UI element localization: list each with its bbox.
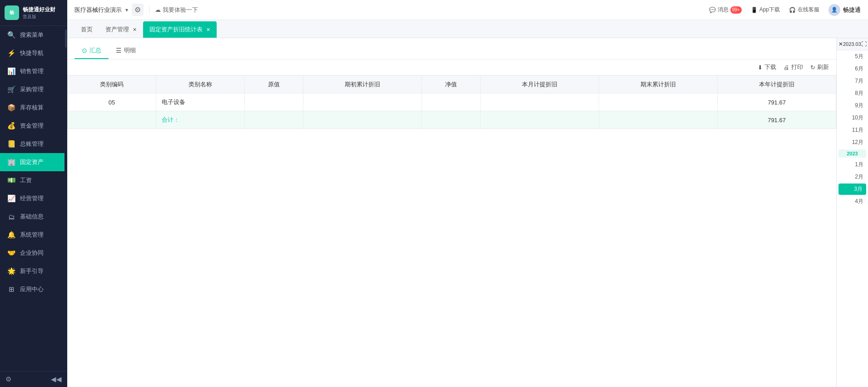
company-name: 医疗器械行业演示 [74,6,122,14]
table-cell [245,94,303,111]
table-cell [481,94,599,111]
topbar: 医疗器械行业演示 ▾ ⚙ ☁ 我要体验一下 💬 消息 99+ 📱 App下载 🎧… [67,0,868,20]
app-version: 普及版 [23,14,55,20]
date-month-item[interactable]: 8月 [837,87,868,99]
date-year-group: 5月6月7月8月9月10月11月12月 [837,50,868,149]
summary-cell: 合计： [156,111,245,129]
sidebar-item-system[interactable]: 🔔 系统管理 [0,226,67,244]
sidebar-label-app-center: 应用中心 [20,285,44,293]
sidebar-item-app-center[interactable]: ⊞ 应用中心 [0,280,67,298]
date-panel-header: ✕ 2023.03 ⛶ [837,38,868,50]
sidebar-label-fixed-asset: 固定资产 [20,158,44,166]
sidebar-item-payroll[interactable]: 💵 工资 [0,171,67,189]
app-download-label: App下载 [759,6,780,14]
company-dropdown-icon[interactable]: ▾ [125,7,128,13]
date-panel-expand-icon[interactable]: ⛶ [861,41,867,47]
sidebar-label-payroll: 工资 [20,176,32,184]
subtab-summary[interactable]: ⊙ 汇总 [74,43,109,59]
user-menu[interactable]: 👤 畅捷通 [828,4,861,16]
message-btn[interactable]: 💬 消息 99+ [709,6,742,14]
table-wrapper: 类别编码类别名称原值期初累计折旧净值本月计提折旧期末累计折旧本年计提折旧 05电… [67,75,836,387]
date-month-item[interactable]: 7月 [837,75,868,87]
sidebar-icon-guide: 🌟 [7,267,15,275]
date-month-item[interactable]: 4月 [837,195,868,208]
app-download-btn[interactable]: 📱 App下载 [751,6,780,14]
table-cell: 电子设备 [156,94,245,111]
sidebar-item-basic-info[interactable]: 🗂 基础信息 [0,208,67,226]
topbar-settings-icon[interactable]: ⚙ [132,4,144,16]
sidebar-item-quick-nav[interactable]: ⚡ 快捷导航 [0,44,67,62]
sidebar-label-operations: 经营管理 [20,194,44,203]
tab-home[interactable]: 首页 [74,21,99,38]
summary-cell [245,111,303,129]
online-service-btn[interactable]: 🎧 在线客服 [789,6,819,14]
sidebar-item-guide[interactable]: 🌟 新手引导 [0,262,67,280]
toolbar: ⬇ 下载 🖨 打印 ↻ 刷新 [67,60,836,75]
tab-fixed-asset-depreciation[interactable]: 固定资产折旧统计表✕ [143,21,217,38]
date-panel: ✕ 2023.03 ⛶ 5月6月7月8月9月10月11月12月20231月2月3… [836,38,868,387]
sidebar-item-collab[interactable]: 🤝 企业协同 [0,244,67,262]
sidebar-item-purchase[interactable]: 🛒 采购管理 [0,80,67,99]
message-badge: 99+ [730,6,742,14]
sidebar-item-operations[interactable]: 📈 经营管理 [0,189,67,208]
sidebar-icon-finance: 💰 [7,122,15,130]
refresh-icon: ↻ [810,64,815,71]
print-btn[interactable]: 🖨 打印 [784,63,803,71]
sidebar-collapse-icon[interactable]: ◀◀ [51,375,62,383]
col-本月计提折旧: 本月计提折旧 [481,76,599,94]
date-month-item[interactable]: 2月 [837,171,868,183]
sidebar-icon-inventory: 📦 [7,104,15,112]
date-month-item[interactable]: 11月 [837,124,868,136]
table-cell [422,94,481,111]
experience-label: 我要体验一下 [163,6,198,14]
date-month-item[interactable]: 1月 [837,159,868,171]
table-cell: 791.67 [718,94,836,111]
tab-close-fixed-asset-depreciation[interactable]: ✕ [206,27,210,33]
sidebar-item-sales[interactable]: 📊 销售管理 [0,62,67,80]
tab-label-asset-mgmt: 资产管理 [105,25,129,34]
subtab-label-detail: 明细 [124,46,136,55]
topbar-left: 医疗器械行业演示 ▾ ⚙ ☁ 我要体验一下 [74,4,198,16]
refresh-btn[interactable]: ↻ 刷新 [810,63,829,71]
experience-cloud-icon: ☁ [155,6,161,13]
sidebar-label-purchase: 采购管理 [20,85,44,94]
sidebar-icon-payroll: 💵 [7,176,15,184]
app-name: 畅捷通好业财 [23,6,55,14]
message-icon: 💬 [709,7,716,13]
summary-cell [481,111,599,129]
download-icon: ⬇ [758,64,763,71]
sidebar-label-system: 系统管理 [20,231,44,239]
sidebar-item-fixed-asset[interactable]: 🏢 固定资产 [0,153,67,171]
col-期初累计折旧: 期初累计折旧 [303,76,422,94]
app-title-block: 畅捷通好业财 普及版 [23,6,55,20]
sidebar-item-inventory[interactable]: 📦 库存核算 [0,99,67,117]
download-btn[interactable]: ⬇ 下载 [758,63,776,71]
date-month-item[interactable]: 9月 [837,99,868,112]
date-month-item[interactable]: 3月 [838,184,866,195]
print-label: 打印 [791,63,803,71]
date-month-item[interactable]: 5月 [837,50,868,63]
subtab-icon-summary: ⊙ [82,47,87,54]
sidebar-item-finance[interactable]: 💰 资金管理 [0,117,67,135]
date-panel-scroll[interactable]: 5月6月7月8月9月10月11月12月20231月2月3月4月 [837,50,868,387]
date-month-item[interactable]: 6月 [837,63,868,75]
sidebar-item-ledger[interactable]: 📒 总账管理 [0,135,67,153]
sidebar-label-collab: 企业协同 [20,249,44,257]
col-本年计提折旧: 本年计提折旧 [718,76,836,94]
tab-asset-mgmt[interactable]: 资产管理✕ [99,21,143,38]
date-year-group: 20231月2月3月4月 [837,149,868,208]
date-panel-close-icon[interactable]: ✕ [838,41,843,47]
sidebar-settings-icon[interactable]: ⚙ [5,375,11,383]
main-area: 医疗器械行业演示 ▾ ⚙ ☁ 我要体验一下 💬 消息 99+ 📱 App下载 🎧… [67,0,868,387]
table-cell [303,94,422,111]
date-year-label: 2023 [838,149,866,158]
date-month-item[interactable]: 10月 [837,112,868,124]
tab-close-asset-mgmt[interactable]: ✕ [133,27,137,33]
experience-btn[interactable]: ☁ 我要体验一下 [155,6,198,14]
sidebar-item-search[interactable]: 🔍 搜索菜单 [0,26,67,44]
subtabs: ⊙ 汇总 ☰ 明细 [67,38,836,60]
table-cell: 05 [68,94,156,111]
subtab-detail[interactable]: ☰ 明细 [109,43,143,59]
date-month-item[interactable]: 12月 [837,136,868,149]
avatar: 👤 [828,4,840,16]
